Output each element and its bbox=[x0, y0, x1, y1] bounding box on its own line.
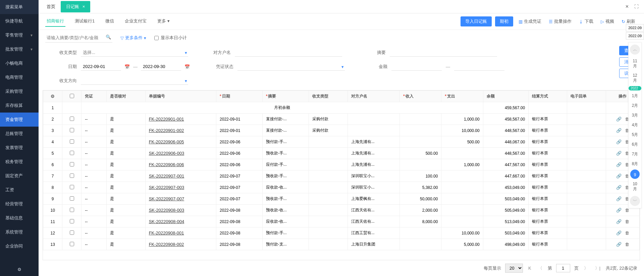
first-page-button[interactable]: K bbox=[527, 266, 533, 271]
period-button[interactable]: 期初 bbox=[495, 16, 513, 26]
row-checkbox[interactable] bbox=[70, 219, 74, 223]
last-page-button[interactable]: 〉| bbox=[594, 265, 602, 271]
row-checkbox[interactable] bbox=[70, 128, 74, 132]
sidebar-item-1[interactable]: 快捷导航 bbox=[0, 14, 39, 28]
search-icon[interactable]: 🔍 bbox=[106, 34, 111, 40]
doc-link[interactable]: SK-20220908-004 bbox=[149, 219, 184, 224]
sidebar-item-11[interactable]: 税务管理 bbox=[0, 155, 39, 169]
delete-icon[interactable]: 🗑 bbox=[625, 230, 629, 235]
sidebar-item-15[interactable]: 基础信息 bbox=[0, 211, 39, 225]
sidebar-item-0[interactable]: 搜索菜单 bbox=[0, 0, 39, 14]
row-checkbox[interactable] bbox=[70, 139, 74, 144]
sidebar-settings[interactable]: ⚙ bbox=[0, 263, 39, 276]
import-button[interactable]: 导入日记账 bbox=[461, 16, 492, 26]
sidebar-item-6[interactable]: 采购管理 bbox=[0, 84, 39, 98]
row-checkbox[interactable] bbox=[70, 196, 74, 201]
row-checkbox[interactable] bbox=[70, 230, 74, 235]
rail-month-1月[interactable]: 1月 bbox=[629, 91, 641, 101]
more-filters-link[interactable]: ▽ 更多条件 ▾ bbox=[120, 35, 146, 41]
link-icon[interactable]: 🔗 bbox=[616, 117, 622, 122]
date-from-input[interactable] bbox=[81, 63, 121, 71]
rail-month-12月[interactable]: 12月 bbox=[629, 71, 641, 85]
delete-icon[interactable]: 🗑 bbox=[625, 242, 629, 247]
batch-button[interactable]: ☰批量操作 bbox=[547, 16, 574, 26]
page-input[interactable] bbox=[556, 264, 570, 272]
doc-link[interactable]: FK-20220908-001 bbox=[149, 230, 184, 235]
link-icon[interactable]: 🔗 bbox=[616, 230, 622, 235]
bank-tab-1[interactable]: 测试银行1 bbox=[73, 16, 96, 27]
close-all-icon[interactable]: ✕ bbox=[623, 3, 632, 10]
download-button[interactable]: ⭳下载 bbox=[577, 16, 595, 26]
sidebar-item-4[interactable]: 小畅电商 bbox=[0, 56, 39, 70]
row-checkbox[interactable] bbox=[70, 208, 74, 212]
rail-month-10月[interactable]: 10月 bbox=[629, 180, 641, 194]
calendar-icon[interactable]: 📅 bbox=[124, 64, 130, 69]
doc-link[interactable]: FK-20220901-002 bbox=[149, 128, 184, 133]
type-select[interactable] bbox=[81, 49, 188, 57]
sidebar-item-8[interactable]: 资金管理 bbox=[0, 113, 39, 127]
rail-month-5月[interactable]: 5月 bbox=[629, 130, 641, 140]
generate-voucher-button[interactable]: ▥生成凭证 bbox=[517, 16, 543, 26]
rail-month-8月[interactable]: 8月 bbox=[629, 159, 641, 169]
scroll-down-button[interactable]: ﹀ bbox=[630, 196, 640, 206]
amount-to-input[interactable] bbox=[454, 63, 504, 71]
sidebar-item-7[interactable]: 库存核算 bbox=[0, 98, 39, 113]
counter-input[interactable] bbox=[235, 49, 342, 57]
show-subtotal-checkbox[interactable]: 显示本日小计 bbox=[154, 35, 187, 41]
page-size-select[interactable]: 20 bbox=[505, 264, 523, 273]
sidebar-item-5[interactable]: 电商管理 bbox=[0, 70, 39, 84]
sidebar-item-13[interactable]: 工资 bbox=[0, 183, 39, 197]
doc-link[interactable]: FK-20220906-006 bbox=[149, 162, 184, 167]
calendar-icon[interactable]: 📅 bbox=[184, 64, 190, 69]
rail-month-2月[interactable]: 2月 bbox=[629, 101, 641, 111]
link-icon[interactable]: 🔗 bbox=[616, 242, 622, 247]
doc-link[interactable]: SK-20220907-001 bbox=[149, 174, 184, 179]
row-checkbox[interactable] bbox=[70, 151, 74, 155]
bank-tab-0[interactable]: 招商银行 bbox=[45, 16, 65, 27]
link-icon[interactable]: 🔗 bbox=[616, 185, 622, 190]
rail-month-6月[interactable]: 6月 bbox=[629, 140, 641, 149]
doc-link[interactable]: SK-20220908-003 bbox=[149, 208, 184, 213]
doc-link[interactable]: SK-20220907-003 bbox=[149, 185, 184, 190]
sidebar-item-3[interactable]: 批发管理▼ bbox=[0, 42, 39, 56]
link-icon[interactable]: 🔗 bbox=[616, 162, 622, 167]
sidebar-item-10[interactable]: 发票管理 bbox=[0, 141, 39, 155]
bank-tab-2[interactable]: 微信 bbox=[104, 16, 115, 27]
bank-tab-3[interactable]: 企业支付宝 bbox=[123, 16, 148, 27]
show-subtotal-input[interactable] bbox=[154, 36, 159, 40]
search-input[interactable] bbox=[45, 33, 112, 43]
scroll-up-button[interactable]: ︿ bbox=[630, 45, 640, 55]
link-icon[interactable]: 🔗 bbox=[616, 128, 622, 133]
link-icon[interactable]: 🔗 bbox=[616, 174, 622, 179]
select-all-checkbox[interactable] bbox=[70, 94, 74, 98]
doc-link[interactable]: FK-20220908-002 bbox=[149, 242, 184, 247]
doc-link[interactable]: SK-20220906-003 bbox=[149, 151, 184, 156]
direction-select[interactable] bbox=[81, 77, 188, 85]
link-icon[interactable]: 🔗 bbox=[616, 208, 622, 213]
row-checkbox[interactable] bbox=[70, 174, 74, 178]
rail-month-3月[interactable]: 3月 bbox=[629, 111, 641, 120]
fullscreen-icon[interactable]: ⛶ bbox=[632, 3, 641, 10]
amount-from-input[interactable] bbox=[391, 63, 442, 71]
close-icon[interactable]: × bbox=[83, 4, 85, 9]
period-tag[interactable]: 2022.09 bbox=[626, 32, 644, 40]
bank-tab-4[interactable]: 更多 ▾ bbox=[156, 16, 171, 27]
next-page-button[interactable]: 〉 bbox=[583, 265, 590, 271]
link-icon[interactable]: 🔗 bbox=[616, 139, 622, 144]
voucher-state-select[interactable] bbox=[237, 63, 345, 71]
sidebar-item-2[interactable]: 零售管理▼ bbox=[0, 28, 39, 42]
link-icon[interactable]: 🔗 bbox=[616, 196, 622, 201]
delete-icon[interactable]: 🗑 bbox=[625, 208, 629, 213]
link-icon[interactable]: 🔗 bbox=[616, 151, 622, 156]
doc-link[interactable]: FK-20220906-005 bbox=[149, 139, 184, 144]
row-checkbox[interactable] bbox=[70, 185, 74, 189]
tab-journal[interactable]: 日记账 × bbox=[61, 1, 90, 12]
summary-input[interactable] bbox=[390, 49, 497, 57]
row-checkbox[interactable] bbox=[70, 117, 74, 121]
link-icon[interactable]: 🔗 bbox=[616, 219, 622, 224]
rail-month-11月[interactable]: 11月 bbox=[629, 57, 641, 71]
rail-month-7月[interactable]: 7月 bbox=[629, 149, 641, 159]
gear-icon[interactable]: ⚙ bbox=[51, 94, 55, 99]
row-checkbox[interactable] bbox=[70, 162, 74, 166]
video-button[interactable]: ▷视频 bbox=[599, 16, 616, 26]
